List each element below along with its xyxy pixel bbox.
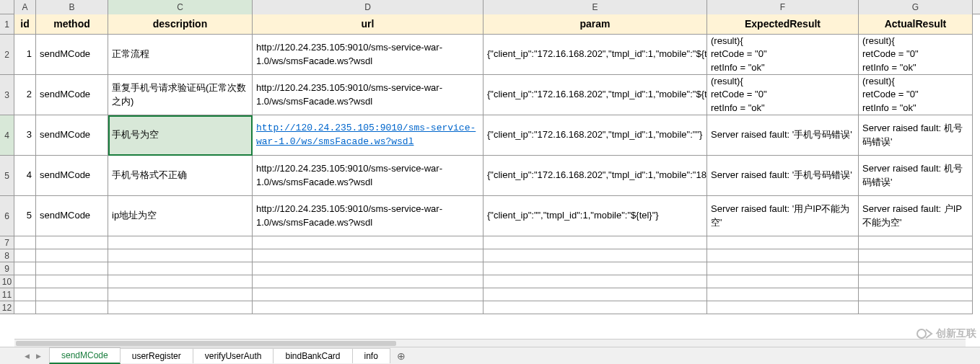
- row-header-10[interactable]: 10: [0, 275, 14, 288]
- row-header-1[interactable]: 1: [0, 14, 14, 35]
- cell[interactable]: [36, 236, 108, 249]
- cell[interactable]: [36, 249, 108, 262]
- cell-param[interactable]: {"client_ip":"172.16.168.202","tmpl_id":…: [484, 35, 707, 75]
- cell[interactable]: [859, 301, 973, 314]
- cell[interactable]: [36, 301, 108, 314]
- cell-id[interactable]: 1: [14, 35, 36, 75]
- cell[interactable]: [253, 275, 484, 288]
- cell[interactable]: [14, 288, 36, 301]
- cell-param[interactable]: {"client_ip":"172.16.168.202","tmpl_id":…: [484, 115, 707, 156]
- cell[interactable]: [484, 236, 707, 249]
- cell-description[interactable]: 手机号为空: [108, 115, 253, 156]
- col-header-D[interactable]: D: [253, 0, 484, 14]
- cell-expected[interactable]: Server raised fault: '手机号码错误': [707, 156, 859, 196]
- cell-actual[interactable]: (result){ retCode = "0" retInfo = "ok": [859, 35, 973, 75]
- cell[interactable]: [484, 249, 707, 262]
- cell-id[interactable]: 2: [14, 75, 36, 115]
- cell[interactable]: [859, 288, 973, 301]
- tab-next-icon[interactable]: ▶: [33, 351, 43, 361]
- cell[interactable]: [484, 275, 707, 288]
- cell-method[interactable]: sendMCode: [36, 115, 108, 156]
- cell-description[interactable]: 重复手机号请求验证码(正常次数之内): [108, 75, 253, 115]
- col-header-G[interactable]: G: [859, 0, 973, 14]
- tab-info[interactable]: info: [352, 348, 390, 363]
- cell[interactable]: [108, 249, 253, 262]
- cell[interactable]: [707, 249, 859, 262]
- select-all-corner[interactable]: [0, 0, 14, 14]
- tab-sendMCode[interactable]: sendMCode: [49, 347, 121, 364]
- cell[interactable]: [108, 288, 253, 301]
- cell-id[interactable]: 4: [14, 156, 36, 196]
- cell-id[interactable]: 3: [14, 115, 36, 156]
- row-header-4[interactable]: 4: [0, 115, 14, 156]
- horizontal-scrollbar[interactable]: [14, 339, 966, 347]
- cell[interactable]: [859, 275, 973, 288]
- cell[interactable]: [36, 288, 108, 301]
- tab-bindBankCard[interactable]: bindBankCard: [273, 348, 352, 363]
- cell[interactable]: [14, 275, 36, 288]
- cell[interactable]: [859, 236, 973, 249]
- cell[interactable]: [14, 249, 36, 262]
- cell-expected[interactable]: (result){ retCode = "0" retInfo = "ok": [707, 35, 859, 75]
- cell-actual[interactable]: Server raised fault: 机号码错误': [859, 156, 973, 196]
- cell-url[interactable]: http://120.24.235.105:9010/sms-service-w…: [253, 35, 484, 75]
- cell[interactable]: [36, 275, 108, 288]
- cell[interactable]: [484, 301, 707, 314]
- col-header-B[interactable]: B: [36, 0, 108, 14]
- cell[interactable]: [108, 236, 253, 249]
- cell-actual[interactable]: Server raised fault: 户IP不能为空': [859, 196, 973, 236]
- cell[interactable]: [707, 301, 859, 314]
- header-param[interactable]: param: [484, 14, 707, 35]
- cell[interactable]: [859, 262, 973, 275]
- cell[interactable]: [707, 236, 859, 249]
- cell[interactable]: [14, 262, 36, 275]
- cell-method[interactable]: sendMCode: [36, 196, 108, 236]
- cell-method[interactable]: sendMCode: [36, 75, 108, 115]
- row-header-7[interactable]: 7: [0, 236, 14, 249]
- cell-method[interactable]: sendMCode: [36, 156, 108, 196]
- cell-url[interactable]: http://120.24.235.105:9010/sms-service-w…: [253, 196, 484, 236]
- cell[interactable]: [253, 249, 484, 262]
- header-method[interactable]: method: [36, 14, 108, 35]
- cell[interactable]: [253, 262, 484, 275]
- col-header-A[interactable]: A: [14, 0, 36, 14]
- cell[interactable]: [859, 249, 973, 262]
- row-header-12[interactable]: 12: [0, 301, 14, 314]
- cell[interactable]: [253, 301, 484, 314]
- cell[interactable]: [108, 301, 253, 314]
- cell-description[interactable]: ip地址为空: [108, 196, 253, 236]
- tab-verifyUserAuth[interactable]: verifyUserAuth: [193, 348, 274, 363]
- cell-expected[interactable]: Server raised fault: '用户IP不能为空': [707, 196, 859, 236]
- cell-expected[interactable]: (result){ retCode = "0" retInfo = "ok": [707, 75, 859, 115]
- row-header-5[interactable]: 5: [0, 156, 14, 196]
- cell[interactable]: [14, 301, 36, 314]
- cell-method[interactable]: sendMCode: [36, 35, 108, 75]
- cell-url[interactable]: http://120.24.235.105:9010/sms-service-w…: [253, 75, 484, 115]
- cell-url[interactable]: http://120.24.235.105:9010/sms-service-w…: [253, 115, 484, 156]
- header-description[interactable]: description: [108, 14, 253, 35]
- cell-actual[interactable]: (result){ retCode = "0" retInfo = "ok": [859, 75, 973, 115]
- cell-param[interactable]: {"client_ip":"","tmpl_id":1,"mobile":"${…: [484, 196, 707, 236]
- cell-id[interactable]: 5: [14, 196, 36, 236]
- row-header-3[interactable]: 3: [0, 75, 14, 115]
- cell[interactable]: [707, 288, 859, 301]
- row-header-2[interactable]: 2: [0, 35, 14, 75]
- row-header-11[interactable]: 11: [0, 288, 14, 301]
- cell-description[interactable]: 正常流程: [108, 35, 253, 75]
- cell[interactable]: [707, 275, 859, 288]
- cell[interactable]: [36, 262, 108, 275]
- header-id[interactable]: id: [14, 14, 36, 35]
- col-header-C[interactable]: C: [108, 0, 253, 14]
- tab-userRegister[interactable]: userRegister: [120, 348, 193, 363]
- col-header-E[interactable]: E: [484, 0, 707, 14]
- row-header-9[interactable]: 9: [0, 262, 14, 275]
- header-url[interactable]: url: [253, 14, 484, 35]
- row-header-6[interactable]: 6: [0, 196, 14, 236]
- cell[interactable]: [108, 275, 253, 288]
- cell[interactable]: [253, 288, 484, 301]
- cell[interactable]: [14, 236, 36, 249]
- cell[interactable]: [253, 236, 484, 249]
- scrollbar-thumb[interactable]: [16, 341, 396, 346]
- cell-expected[interactable]: Server raised fault: '手机号码错误': [707, 115, 859, 156]
- cell-param[interactable]: {"client_ip":"172.16.168.202","tmpl_id":…: [484, 75, 707, 115]
